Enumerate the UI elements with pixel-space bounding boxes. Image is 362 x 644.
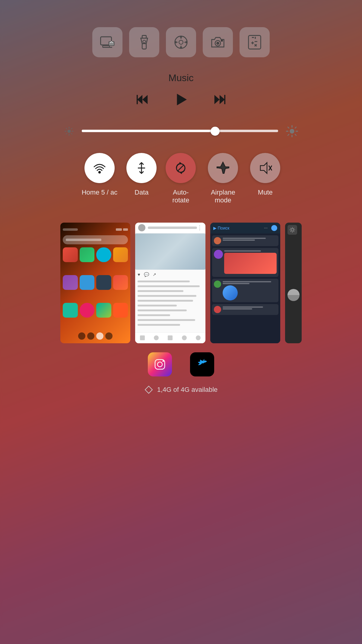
music-label: Music [168,72,194,84]
svg-rect-19 [249,36,261,49]
svg-line-34 [71,128,72,129]
autorotate-circle [166,153,196,183]
brightness-slider[interactable] [82,130,278,133]
svg-point-10 [217,42,219,44]
svg-marker-57 [145,386,152,393]
wifi-toggle[interactable]: Home 5 / ac [82,153,118,196]
camera-button[interactable] [203,27,233,57]
instagram-thumbnail[interactable]: ⋮ ♥ 💬 ↗ [135,223,205,343]
svg-rect-22 [137,95,138,104]
svg-line-33 [71,133,72,135]
calculator-button[interactable] [240,27,270,57]
autorotate-icon [173,160,189,176]
svg-rect-26 [224,95,225,104]
svg-point-55 [157,362,162,367]
autorotate-toggle[interactable]: Auto-rotate [166,153,196,205]
svg-line-43 [295,127,296,128]
flashlight-icon [136,34,152,50]
twitter-thumbnail[interactable]: ▶ Поиск ⋯ [210,223,280,343]
twitter-icon[interactable] [190,352,214,376]
svg-rect-5 [142,44,146,49]
next-button[interactable] [212,93,226,106]
data-icon [134,160,149,176]
svg-point-53 [291,229,294,231]
instagram-icon[interactable] [148,352,172,376]
wifi-icon [92,160,107,176]
svg-line-35 [66,133,67,135]
brightness-row [64,125,299,138]
svg-rect-3 [109,42,114,46]
memory-info: 1,4G of 4G available [144,385,218,394]
next-icon [212,93,226,106]
svg-point-56 [163,360,164,362]
calculator-icon [246,34,263,50]
airplane-label: Airplane mode [205,189,241,205]
prev-button[interactable] [136,93,150,106]
airplane-circle [208,153,238,183]
mute-label: Mute [258,189,273,196]
svg-rect-11 [221,40,223,41]
svg-point-27 [67,130,71,133]
airplane-toggle[interactable]: Airplane mode [205,153,241,205]
play-icon [174,93,188,106]
wifi-circle [84,153,115,183]
data-label: Data [135,189,148,196]
svg-point-45 [99,171,100,173]
svg-line-44 [287,134,289,135]
svg-point-8 [179,40,183,44]
music-section: Music [57,72,305,119]
app-icons-row [148,352,214,376]
svg-marker-50 [260,163,267,173]
svg-line-41 [287,127,289,128]
svg-marker-20 [137,95,142,104]
data-toggle[interactable]: Data [126,153,157,196]
home-screen-thumbnail[interactable] [60,223,130,343]
wifi-label: Home 5 / ac [82,189,118,196]
svg-line-32 [66,128,67,129]
memory-text: 1,4G of 4G available [157,386,218,394]
prev-icon [136,93,150,106]
screen-mirror-icon [99,34,116,50]
play-button[interactable] [174,93,188,106]
diamond-icon [144,385,153,394]
brightness-max-icon [285,125,299,138]
settings-icon [289,227,296,233]
joystick-button[interactable] [166,27,196,57]
flashlight-button[interactable] [129,27,159,57]
airplane-icon [215,160,231,176]
brightness-min-icon [64,126,75,137]
mute-icon [257,160,273,176]
svg-line-49 [178,165,184,171]
svg-marker-24 [214,95,220,104]
svg-marker-21 [142,95,148,104]
top-quick-actions [92,27,270,57]
mute-circle [250,153,280,183]
toggle-row: Home 5 / ac Data [82,153,281,205]
joystick-icon [173,34,189,50]
autorotate-label: Auto-rotate [172,189,189,205]
camera-icon [210,34,226,50]
svg-line-42 [295,134,296,135]
music-controls [136,93,226,106]
svg-marker-23 [177,94,187,105]
mute-toggle[interactable]: Mute [250,153,280,196]
svg-point-6 [143,40,146,43]
svg-point-36 [290,129,294,133]
screen-mirror-button[interactable] [92,27,122,57]
app-thumbnails: ⋮ ♥ 💬 ↗ [57,223,305,343]
data-circle [126,153,157,183]
partial-thumbnail[interactable] [285,223,302,343]
svg-marker-25 [220,95,225,104]
